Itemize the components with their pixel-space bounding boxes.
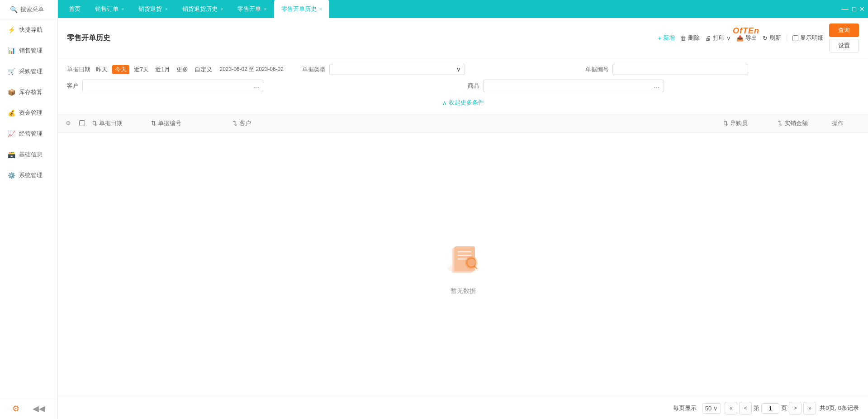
page-label-post: 页 [781,404,787,412]
tab-sales-order[interactable]: 销售订单 × [88,0,131,18]
page-size-select[interactable]: 50 ∨ [702,403,721,414]
query-settings-group: 查询 设置 [829,24,859,52]
tab-retail-history[interactable]: 零售开单历史 × [274,0,329,18]
delete-icon: 🗑 [680,35,686,42]
sidebar-item-finance[interactable]: 资金管理 [0,103,57,123]
manage-icon [7,130,15,138]
page-size-chevron-icon: ∨ [713,405,718,412]
tab-home[interactable]: 首页 [62,0,88,18]
sidebar-item-sales-label: 销售管理 [19,47,43,55]
tab-sales-return[interactable]: 销货退货 × [131,0,175,18]
tab-retail-open[interactable]: 零售开单 × [230,0,274,18]
col-header-amount[interactable]: ⇅ 实销金额 [774,119,828,127]
date-opt-custom[interactable]: 自定义 [193,65,214,74]
delete-button[interactable]: 🗑 删除 [680,34,700,42]
col-header-num[interactable]: ⇅ 单据编号 [147,119,229,127]
filter-row-2: 客户 ... 商品 ... [67,80,859,92]
stock-icon [7,88,15,96]
tab-sales-return-label: 销货退货 [138,5,162,13]
filter-row-1: 单据日期 昨天 今天 近7天 近1月 更多 自定义 2023-06-02 至 2… [67,64,859,75]
sidebar-item-sales[interactable]: 销售管理 [0,40,57,61]
refresh-icon: ↻ [763,35,768,42]
sidebar-item-base[interactable]: 基础信息 [0,144,57,165]
num-filter-input[interactable] [612,64,748,75]
sidebar-search[interactable]: 搜索采单 [0,0,57,19]
sidebar-item-sys[interactable]: 系统管理 [0,165,57,186]
page-input[interactable] [761,403,779,414]
tab-sales-return-history-label: 销货退货历史 [182,5,218,13]
customer-ellipsis-btn[interactable]: ... [253,82,259,90]
col-action-label: 操作 [832,119,844,127]
sort-num-icon: ⇅ [151,120,156,127]
collapse-footer-btn[interactable]: ◀◀ [33,404,45,414]
empty-icon [441,235,486,280]
col-customer-label: 客户 [239,119,251,127]
select-all-checkbox[interactable] [79,120,85,126]
type-filter: 单据类型 ∨ [302,64,576,75]
tab-sales-return-close[interactable]: × [165,6,167,12]
page-size-value: 50 [705,405,711,412]
customer-select[interactable]: ... [82,80,263,92]
date-options: 昨天 今天 近7天 近1月 更多 自定义 [94,65,214,74]
query-button[interactable]: 查询 [829,24,859,37]
settings-button[interactable]: 设置 [829,39,859,52]
table-settings-icon[interactable]: ⚙ [62,120,75,127]
date-opt-1month[interactable]: 近1月 [153,65,172,74]
page-first-btn[interactable]: « [725,402,737,414]
toolbar-divider [787,34,787,42]
sidebar-footer: ⚙ ◀◀ [0,398,57,419]
window-close-btn[interactable]: × [859,5,864,14]
customer-filter-label: 客户 [67,82,79,90]
col-header-date[interactable]: ⇅ 单据日期 [89,119,147,127]
sys-icon [7,171,15,179]
table-header-checkbox[interactable] [75,120,89,126]
col-date-label: 单据日期 [99,119,123,127]
col-header-guide[interactable]: ⇅ 导购员 [720,119,774,127]
add-label: 新增 [663,34,675,42]
type-select[interactable]: ∨ [329,64,465,75]
sidebar-item-purchase[interactable]: 采购管理 [0,61,57,82]
sidebar-item-purchase-label: 采购管理 [19,67,43,75]
sidebar-item-manage[interactable]: 经营管理 [0,123,57,144]
goods-select[interactable]: ... [483,80,664,92]
display-checkbox[interactable] [792,35,798,41]
table-header: ⚙ ⇅ 单据日期 ⇅ 单据编号 ⇅ 客户 ⇅ 导购员 [58,114,868,132]
page-prev-btn[interactable]: < [739,402,752,414]
tab-sales-return-history-close[interactable]: × [220,6,223,12]
main-content: 首页 销售订单 × 销货退货 × 销货退货历史 × 零售开单 × 零售开单历史 … [58,0,868,419]
collapse-filter-btn[interactable]: ∧ 收起更多条件 [67,97,859,108]
date-opt-yesterday[interactable]: 昨天 [94,65,109,74]
settings-footer-btn[interactable]: ⚙ [12,404,19,414]
page-next-btn[interactable]: > [789,402,802,414]
tab-sales-return-history[interactable]: 销货退货历史 × [175,0,230,18]
tab-sales-order-label: 销售订单 [95,5,119,13]
tab-retail-history-close[interactable]: × [319,6,322,12]
print-button[interactable]: 🖨 打印 ∨ [705,34,731,42]
window-minimize-btn[interactable]: — [841,5,849,13]
tab-sales-order-close[interactable]: × [121,6,124,12]
date-opt-7days[interactable]: 近7天 [132,65,151,74]
sidebar-item-sys-label: 系统管理 [19,171,43,179]
sidebar-item-stock[interactable]: 库存核算 [0,82,57,103]
tab-retail-open-close[interactable]: × [264,6,266,12]
date-opt-more[interactable]: 更多 [175,65,190,74]
date-opt-today[interactable]: 今天 [112,65,129,74]
collapse-up-icon: ∧ [442,99,447,106]
collapse-label: 收起更多条件 [449,99,484,107]
sort-amount-icon: ⇅ [778,120,783,127]
col-header-customer[interactable]: ⇅ 客户 [229,119,720,127]
sort-customer-icon: ⇅ [232,120,237,127]
page-last-btn[interactable]: » [803,402,816,414]
goods-ellipsis-btn[interactable]: ... [654,82,659,90]
page-nav: « < 第 页 > » [725,402,816,414]
refresh-button[interactable]: ↻ 刷新 [763,34,781,42]
pagination: 每页显示 50 ∨ « < 第 页 > » 共0页, 0条记录 [58,397,868,419]
display-label: 显示明细 [800,34,824,42]
sidebar-item-nav[interactable]: 快捷导航 [0,19,57,40]
purchase-icon [7,67,15,75]
window-maximize-btn[interactable]: □ [852,5,856,13]
display-toggle[interactable]: 显示明细 [792,34,824,42]
finance-icon [7,109,15,117]
type-filter-label: 单据类型 [302,66,326,74]
add-button[interactable]: + 新增 [658,34,675,42]
